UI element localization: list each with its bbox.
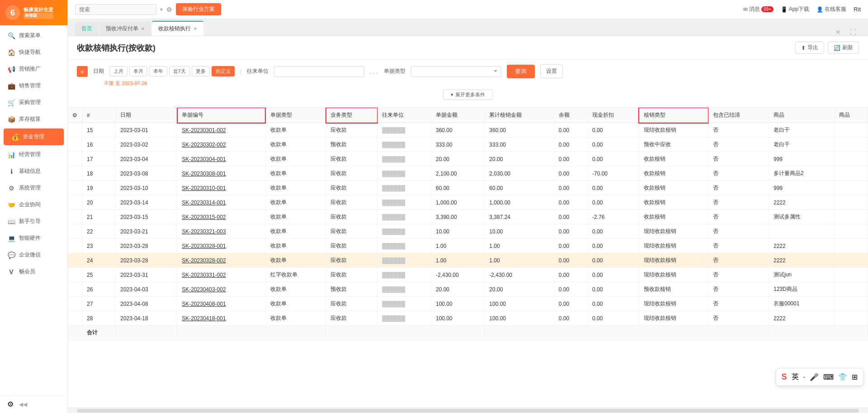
total-row: 合计	[68, 326, 868, 340]
collapse-icon[interactable]: ◀◀	[19, 401, 27, 408]
tab-prepay[interactable]: 预收冲应付单 ✕	[99, 22, 151, 36]
tab-expand-icon[interactable]: ⛶	[845, 28, 861, 36]
sidebar-item-marketing[interactable]: 📢营销推广	[0, 61, 67, 77]
float-tool-keyboard[interactable]: ⌨	[823, 373, 834, 381]
date-btn-custom[interactable]: 自定义	[212, 66, 235, 76]
table-cell: 100.00	[485, 311, 554, 326]
sidebar-item-sales[interactable]: 💼销售管理	[0, 77, 67, 94]
page-title-row: 收款核销执行(按收款) ⬆ 导出 🔄 刷新	[77, 42, 859, 54]
sidebar-item-collab[interactable]: 🤝企业协同	[0, 196, 67, 213]
bill-no-cell[interactable]: SK-20230403-002	[177, 282, 265, 297]
table-cell: 20.00	[485, 282, 554, 297]
table-cell: 0.00	[588, 253, 639, 268]
table-cell	[68, 224, 82, 239]
tab-home[interactable]: 首页	[75, 22, 99, 36]
bill-no-cell[interactable]: SK-20230328-002	[177, 253, 265, 268]
gear-icon[interactable]: ⚙	[166, 6, 172, 13]
table-cell: 2023-04-03	[116, 282, 177, 297]
sidebar-item-finance[interactable]: 💰资金管理	[4, 128, 64, 145]
sidebar-item-vip[interactable]: V畅会员	[0, 263, 67, 280]
sidebar-item-inventory[interactable]: 📦库存核算	[0, 111, 67, 128]
sidebar-item-nav[interactable]: 🏠快捷导航	[0, 44, 67, 61]
bill-no-cell[interactable]: SK-20230418-001	[177, 311, 265, 326]
bill-type-filter-label: 单据类型	[384, 67, 406, 75]
col-bill-no: 单据编号	[177, 108, 265, 123]
sidebar-item-system[interactable]: ⚙系统管理	[0, 180, 67, 196]
total-cell	[708, 326, 769, 340]
refresh-button[interactable]: 🔄 刷新	[828, 42, 859, 54]
setting-button[interactable]: 设置	[540, 64, 563, 78]
sidebar-item-wechat[interactable]: 💬企业微信	[0, 247, 67, 263]
horizontal-scrollbar[interactable]	[77, 409, 859, 413]
sidebar-item-hardware[interactable]: 💻智能硬件	[0, 230, 67, 247]
date-btn-last-month[interactable]: 上月	[109, 66, 127, 76]
export-button[interactable]: ⬆ 导出	[795, 42, 824, 54]
float-tool-grid[interactable]: ⊞	[852, 373, 858, 381]
table-cell: 2023-03-15	[116, 210, 177, 224]
date-btn-this-month[interactable]: 本月	[129, 66, 147, 76]
tab-collection[interactable]: 收款核销执行 ✕	[152, 21, 203, 36]
app-download-link[interactable]: 📱 App下载	[781, 5, 809, 13]
sidebar-item-operations[interactable]: 📊经营管理	[0, 146, 67, 163]
table-cell: 0.00	[554, 181, 587, 195]
table-cell: 20.00	[431, 152, 484, 166]
bill-no-cell[interactable]: SK-20230328-001	[177, 239, 265, 253]
float-tool-2[interactable]: ·	[803, 373, 805, 381]
bill-no-cell[interactable]: SK-20230321-003	[177, 224, 265, 239]
table-cell: 红字收款单	[265, 268, 326, 282]
table-cell	[68, 239, 82, 253]
date-filter-buttons: 上月 本月 本年 近7天 更多 自定义	[109, 66, 235, 76]
date-btn-more[interactable]: 更多	[192, 66, 210, 76]
message-label[interactable]: ✉ 消息 99+	[743, 5, 774, 13]
table-cell: 0.00	[588, 282, 639, 297]
total-cell	[485, 326, 554, 340]
expand-more-btn[interactable]: ▾ 展开更多条件	[443, 90, 493, 100]
query-button[interactable]: 查询	[507, 65, 535, 78]
dropdown-arrow-icon[interactable]: ▾	[160, 6, 163, 13]
table-cell: 现结收款核销	[639, 253, 708, 268]
bill-no-cell[interactable]: SK-20230408-001	[177, 297, 265, 311]
tab-close-prepay[interactable]: ✕	[141, 26, 145, 31]
sidebar-item-basic[interactable]: ℹ基础信息	[0, 163, 67, 180]
search-input[interactable]	[75, 4, 156, 15]
float-tool-mic[interactable]: 🎤	[810, 373, 819, 381]
search-icon: 🔍	[7, 32, 15, 39]
bill-no-cell[interactable]: SK-20230302-002	[177, 138, 265, 152]
user-name[interactable]: Rit	[854, 6, 861, 13]
finance-icon: 💰	[11, 133, 19, 141]
date-range-text: 不限 至 2023-07-26	[104, 80, 147, 87]
page-actions: ⬆ 导出 🔄 刷新	[795, 42, 859, 54]
industry-btn[interactable]: 体验行业方案	[176, 3, 221, 15]
partner-filter-input[interactable]	[274, 66, 364, 77]
table-cell: 60.00	[431, 181, 484, 195]
col-settings[interactable]: ⚙	[68, 108, 82, 123]
table-cell	[68, 253, 82, 268]
table-cell: 收款单	[265, 166, 326, 181]
total-cell	[265, 326, 326, 340]
bill-no-cell[interactable]: SK-20230301-002	[177, 123, 265, 138]
bill-no-cell[interactable]: SK-20230314-001	[177, 195, 265, 210]
date-btn-7days[interactable]: 近7天	[169, 66, 190, 76]
table-row: 262023-04-03SK-20230403-002收款单预收款██████2…	[68, 282, 868, 297]
col-partner: 往来单位	[377, 108, 431, 123]
float-tool-1[interactable]: 英	[792, 372, 799, 382]
tab-close-all-icon[interactable]: ✕	[831, 28, 845, 36]
sidebar-item-guide[interactable]: 📖新手引导	[0, 213, 67, 230]
bill-type-filter-select[interactable]	[411, 66, 501, 77]
bill-no-cell[interactable]: SK-20230310-001	[177, 181, 265, 195]
table-cell: 现结收款核销	[639, 239, 708, 253]
app-icon: 📱	[781, 6, 788, 13]
float-tool-shirt[interactable]: 👕	[838, 373, 847, 381]
online-service-link[interactable]: 👤 在线客服	[816, 5, 846, 13]
bill-no-cell[interactable]: SK-20230304-001	[177, 152, 265, 166]
bill-no-cell[interactable]: SK-20230315-002	[177, 210, 265, 224]
table-cell: 1,000.00	[485, 195, 554, 210]
settings-footer-icon[interactable]: ⚙	[7, 400, 14, 408]
bill-no-cell[interactable]: SK-20230331-002	[177, 268, 265, 282]
bill-no-cell[interactable]: SK-20230308-001	[177, 166, 265, 181]
sidebar-item-purchase[interactable]: 🛒采购管理	[0, 94, 67, 111]
sidebar-item-search[interactable]: 🔍搜索菜单	[0, 27, 67, 44]
expand-sidebar-btn[interactable]: »	[77, 66, 88, 77]
tab-close-collection[interactable]: ✕	[193, 26, 197, 31]
date-btn-this-year[interactable]: 本年	[149, 66, 167, 76]
